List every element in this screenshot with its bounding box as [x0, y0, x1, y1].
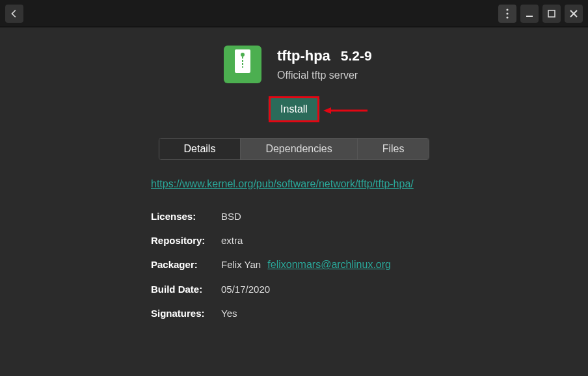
field-signatures: Signatures: Yes — [151, 308, 588, 319]
repository-value: extra — [221, 235, 243, 246]
svg-point-1 — [506, 12, 508, 14]
maximize-icon — [548, 10, 555, 18]
titlebar — [0, 0, 588, 27]
packager-value: Felix Yan felixonmars@archlinux.org — [221, 259, 391, 271]
tab-bar: Details Dependencies Files — [0, 138, 588, 160]
menu-button[interactable] — [498, 5, 516, 23]
signatures-label: Signatures: — [151, 308, 221, 319]
tab-details[interactable]: Details — [159, 139, 241, 159]
minimize-icon — [526, 10, 533, 18]
field-licenses: Licenses: BSD — [151, 211, 588, 222]
svg-point-2 — [506, 16, 508, 18]
close-icon — [570, 10, 578, 18]
tab-dependencies[interactable]: Dependencies — [241, 139, 357, 159]
annotation-arrow-icon — [323, 107, 368, 114]
repository-label: Repository: — [151, 235, 221, 246]
package-name: tftp-hpa — [277, 47, 330, 64]
details-panel: https://www.kernel.org/pub/software/netw… — [0, 160, 588, 319]
packager-name: Felix Yan — [221, 259, 261, 270]
field-packager: Packager: Felix Yan felixonmars@archlinu… — [151, 259, 588, 271]
signatures-value: Yes — [221, 308, 237, 319]
kebab-icon — [506, 8, 509, 19]
content: tftp-hpa 5.2-9 Official tftp server Inst… — [0, 27, 588, 319]
tab-files[interactable]: Files — [358, 139, 429, 159]
packager-label: Packager: — [151, 259, 221, 270]
svg-point-6 — [241, 53, 245, 57]
field-build-date: Build Date: 05/17/2020 — [151, 284, 588, 295]
maximize-button[interactable] — [542, 5, 561, 23]
svg-rect-4 — [548, 10, 555, 17]
licenses-value: BSD — [221, 211, 241, 222]
minimize-button[interactable] — [520, 5, 539, 23]
build-date-value: 05/17/2020 — [221, 284, 270, 295]
packager-email-link[interactable]: felixonmars@archlinux.org — [267, 259, 391, 270]
install-button[interactable]: Install — [268, 98, 320, 121]
package-header: tftp-hpa 5.2-9 Official tftp server — [0, 46, 588, 83]
field-repository: Repository: extra — [151, 235, 588, 246]
package-version: 5.2-9 — [341, 48, 372, 64]
close-button[interactable] — [565, 5, 583, 23]
package-description: Official tftp server — [277, 70, 372, 81]
svg-point-0 — [506, 8, 508, 10]
licenses-label: Licenses: — [151, 211, 221, 222]
build-date-label: Build Date: — [151, 284, 221, 295]
svg-rect-3 — [526, 16, 533, 17]
back-arrow-icon — [10, 9, 19, 18]
package-url-link[interactable]: https://www.kernel.org/pub/software/netw… — [151, 178, 414, 189]
back-button[interactable] — [5, 5, 23, 23]
package-icon — [224, 46, 261, 83]
svg-marker-8 — [323, 107, 331, 114]
